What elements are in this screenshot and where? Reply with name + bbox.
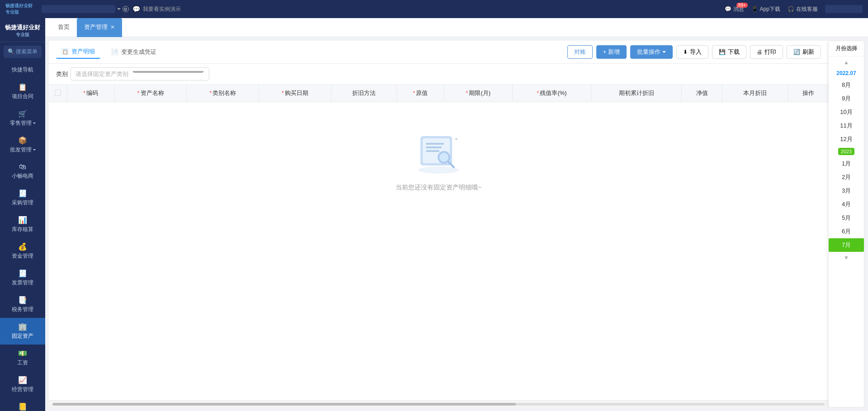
tab-close-icon[interactable]: ✕ bbox=[110, 24, 115, 30]
sidebar-item-ledger[interactable]: 📒 总账管理 bbox=[0, 398, 45, 411]
demo-link[interactable]: 💬 我要看实例演示 bbox=[132, 5, 181, 13]
month-picker-panel: 月份选择 ▲ 2022.07 8月 9月 10月 11月 12月 2023 1月… bbox=[828, 41, 864, 407]
select-all-checkbox[interactable] bbox=[55, 90, 61, 96]
sidebar-item-retail[interactable]: 🛒 零售管理 bbox=[0, 105, 45, 132]
sub-tab-change-voucher[interactable]: 📄 变更生成凭证 bbox=[106, 46, 162, 58]
sidebar-item-invoice[interactable]: 🧾 发票管理 bbox=[0, 265, 45, 291]
th-category-name: 类别名称 bbox=[187, 85, 259, 102]
month-12[interactable]: 12月 bbox=[829, 132, 864, 146]
month-nav-down[interactable]: ▼ bbox=[840, 254, 853, 262]
top-bar-right: 💬 消息 99+ 📱 App下载 🎧 在线客服 bbox=[725, 5, 863, 13]
online-service-button[interactable]: 🎧 在线客服 bbox=[788, 5, 818, 13]
retail-arrow-icon bbox=[33, 123, 36, 125]
sidebar-item-fixed-assets[interactable]: 🏢 固定资产 bbox=[0, 318, 45, 345]
th-original-value: 原值 bbox=[396, 85, 444, 102]
th-depreciation-method: 折旧方法 bbox=[331, 85, 396, 102]
refresh-button[interactable]: 🔄 刷新 bbox=[787, 45, 821, 59]
month-2023-2[interactable]: 2月 bbox=[829, 170, 864, 184]
tab-asset-mgmt[interactable]: 资产管理 ✕ bbox=[77, 18, 122, 37]
user-profile[interactable] bbox=[825, 5, 863, 13]
th-code: 编码 bbox=[67, 85, 114, 102]
filter-bar: 类别 请选择固定资产类别 bbox=[49, 64, 828, 85]
sidebar-item-project[interactable]: 📋 项目合同 bbox=[0, 78, 45, 105]
sidebar-item-tax[interactable]: 📑 税务管理 bbox=[0, 291, 45, 318]
month-2023-3[interactable]: 3月 bbox=[829, 184, 864, 198]
add-button[interactable]: + 新增 bbox=[596, 45, 627, 59]
message-button[interactable]: 💬 消息 99+ bbox=[725, 5, 744, 13]
tab-home[interactable]: 首页 bbox=[51, 18, 77, 37]
invoice-icon: 🧾 bbox=[18, 269, 27, 278]
category-label: 类别 bbox=[56, 70, 68, 78]
content-area: 首页 资产管理 ✕ 📋 资产明细 📄 变更生成凭证 bbox=[45, 18, 868, 411]
sub-tab-asset-detail[interactable]: 📋 资产明细 bbox=[56, 45, 100, 59]
scroll-track[interactable] bbox=[52, 403, 825, 406]
ecommerce-icon: 🛍 bbox=[19, 163, 26, 171]
import-button[interactable]: ⬇ 导入 bbox=[676, 45, 708, 59]
th-net-value: 净值 bbox=[681, 85, 722, 102]
download-button[interactable]: 💾 下载 bbox=[712, 45, 746, 59]
month-nav-up[interactable]: ▲ bbox=[840, 58, 853, 66]
svg-point-0 bbox=[418, 166, 459, 174]
wholesale-icon: 📦 bbox=[18, 136, 27, 145]
reconcile-button[interactable]: 对账 bbox=[567, 45, 593, 59]
company-dropdown-arrow[interactable] bbox=[117, 8, 121, 12]
category-select-arrow-icon bbox=[132, 71, 204, 78]
month-picker-header: 月份选择 bbox=[829, 41, 864, 57]
category-filter-group: 类别 请选择固定资产类别 bbox=[56, 67, 209, 80]
sidebar: 畅捷通好业财 专业版 🔍 搜索菜单 快捷导航 📋 项目合同 🛒 零售管理 📦 批… bbox=[0, 18, 45, 411]
top-bar: 畅捷通好业财 专业版 ⚙ 💬 我要看实例演示 💬 消息 99+ 📱 App下载 bbox=[0, 0, 868, 18]
empty-icon: ✦ bbox=[411, 129, 466, 175]
svg-rect-4 bbox=[426, 146, 442, 148]
settings-icon[interactable]: ⚙ bbox=[123, 6, 129, 12]
sidebar-item-ecommerce[interactable]: 🛍 小畅电商 bbox=[0, 158, 45, 184]
th-purchase-date: 购买日期 bbox=[259, 85, 331, 102]
month-8[interactable]: 8月 bbox=[829, 78, 864, 92]
month-2023-4[interactable]: 4月 bbox=[829, 198, 864, 211]
sidebar-item-inventory[interactable]: 📊 库存核算 bbox=[0, 211, 45, 238]
th-accumulated-depreciation: 期初累计折旧 bbox=[591, 85, 682, 102]
month-2023-1[interactable]: 1月 bbox=[829, 157, 864, 170]
app-brand: 畅捷通好业财 专业版 bbox=[5, 3, 33, 15]
month-2023-7[interactable]: 7月 bbox=[829, 238, 864, 252]
wholesale-arrow-icon bbox=[33, 149, 36, 152]
change-voucher-tab-icon: 📄 bbox=[111, 48, 118, 56]
retail-icon: 🛒 bbox=[18, 109, 27, 118]
sidebar-item-payroll[interactable]: 💵 工资 bbox=[0, 345, 45, 371]
sidebar-search[interactable]: 🔍 搜索菜单 bbox=[4, 46, 42, 58]
month-9[interactable]: 9月 bbox=[829, 92, 864, 105]
sidebar-logo: 畅捷通好业财 专业版 bbox=[0, 18, 45, 42]
month-2023-5[interactable]: 5月 bbox=[829, 211, 864, 225]
month-2023-6[interactable]: 6月 bbox=[829, 225, 864, 238]
inner-content: 📋 资产明细 📄 变更生成凭证 对账 + 新增 bbox=[49, 41, 828, 407]
batch-dropdown-icon bbox=[662, 51, 666, 55]
page-content: 📋 资产明细 📄 变更生成凭证 对账 + 新增 bbox=[49, 41, 864, 407]
month-11[interactable]: 11月 bbox=[829, 119, 864, 132]
category-select[interactable]: 请选择固定资产类别 bbox=[71, 67, 209, 80]
sidebar-item-operations[interactable]: 📈 经营管理 bbox=[0, 371, 45, 398]
sidebar-item-purchase[interactable]: 🧾 采购管理 bbox=[0, 184, 45, 211]
empty-state: ✦ 当前您还没有固定资产明细哦~ bbox=[49, 102, 828, 219]
sidebar-item-wholesale[interactable]: 📦 批发管理 bbox=[0, 132, 45, 158]
svg-rect-3 bbox=[426, 143, 444, 145]
message-badge: 99+ bbox=[736, 3, 748, 8]
table-container: 编码 资产名称 类别名称 购买日期 折旧方法 原值 期限(月) 残值率(%) 期… bbox=[49, 85, 828, 400]
scroll-thumb[interactable] bbox=[52, 403, 516, 406]
table-select-all-th[interactable] bbox=[49, 85, 67, 102]
sidebar-item-finance[interactable]: 💰 资金管理 bbox=[0, 238, 45, 265]
month-10[interactable]: 10月 bbox=[829, 105, 864, 119]
batch-button[interactable]: 批量操作 bbox=[630, 45, 673, 59]
company-selector[interactable] bbox=[42, 5, 115, 13]
print-button[interactable]: 🖨 打印 bbox=[750, 45, 783, 59]
sub-tab-bar: 📋 资产明细 📄 变更生成凭证 对账 + 新增 bbox=[49, 41, 828, 64]
svg-text:✦: ✦ bbox=[454, 137, 458, 142]
app-download-button[interactable]: 📱 App下载 bbox=[751, 5, 780, 13]
sidebar-item-quick-nav[interactable]: 快捷导航 bbox=[0, 61, 45, 78]
tab-bar: 首页 资产管理 ✕ bbox=[45, 18, 868, 37]
operations-icon: 📈 bbox=[18, 376, 27, 384]
th-monthly-depreciation: 本月折旧 bbox=[722, 85, 788, 102]
bottom-scrollbar[interactable] bbox=[49, 400, 828, 407]
th-operation: 操作 bbox=[788, 85, 828, 102]
app-subtitle: 专业版 bbox=[5, 9, 33, 15]
th-period: 期限(月) bbox=[444, 85, 512, 102]
main-layout: 畅捷通好业财 专业版 🔍 搜索菜单 快捷导航 📋 项目合同 🛒 零售管理 📦 批… bbox=[0, 18, 868, 411]
